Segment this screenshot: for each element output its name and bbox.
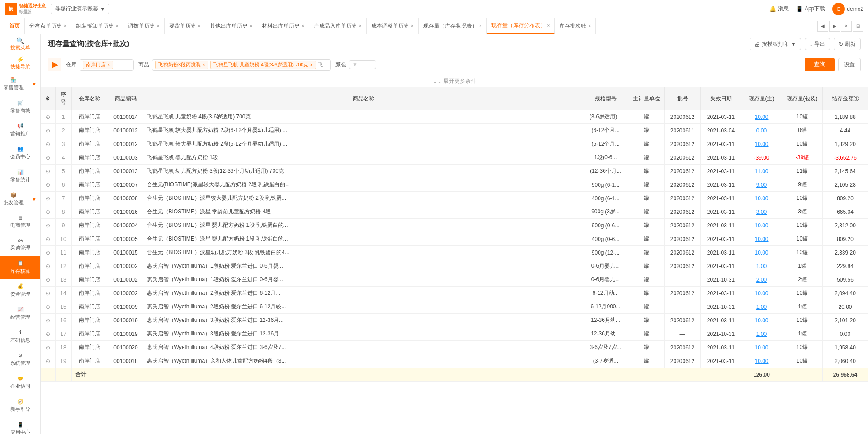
row-qty-main[interactable]: 10.00 bbox=[741, 287, 782, 300]
row-qty-main[interactable]: 10.00 bbox=[741, 192, 782, 205]
qty-main-link[interactable]: 1.00 bbox=[756, 304, 767, 310]
setting-btn[interactable]: 设置 bbox=[838, 58, 861, 71]
row-settings-icon[interactable]: ⊙ bbox=[46, 358, 50, 364]
sidebar-item-operation[interactable]: 📈经营管理 bbox=[0, 302, 40, 325]
qty-main-link[interactable]: 1.00 bbox=[756, 331, 767, 337]
row-qty-main[interactable]: 2.00 bbox=[741, 273, 782, 287]
qty-main-link[interactable]: 0.00 bbox=[756, 127, 767, 134]
sidebar-item-marketing[interactable]: 📢营销推广 bbox=[0, 118, 40, 142]
row-settings-icon[interactable]: ⊙ bbox=[46, 331, 50, 337]
row-settings-icon[interactable]: ⊙ bbox=[46, 263, 50, 269]
qty-main-link[interactable]: -39.00 bbox=[754, 155, 769, 161]
sidebar-item-purchase[interactable]: 🛍采购管理 bbox=[0, 233, 40, 256]
row-settings[interactable]: ⊙ bbox=[41, 219, 55, 232]
row-settings[interactable]: ⊙ bbox=[41, 205, 55, 219]
col-settings[interactable]: ⚙ bbox=[41, 87, 55, 110]
expand-more-btn[interactable]: ⌄⌄ 展开更多条件 bbox=[433, 77, 476, 85]
tab-prev-btn[interactable]: ◀ bbox=[817, 21, 828, 32]
row-settings[interactable]: ⊙ bbox=[41, 300, 55, 314]
row-qty-main[interactable]: 10.00 bbox=[741, 354, 782, 368]
row-settings-icon[interactable]: ⊙ bbox=[46, 168, 50, 175]
qty-main-link[interactable]: 1.00 bbox=[756, 263, 767, 269]
tab-next-btn[interactable]: ▶ bbox=[829, 21, 840, 32]
row-settings-icon[interactable]: ⊙ bbox=[46, 155, 50, 161]
qty-main-link[interactable]: 10.00 bbox=[755, 114, 768, 120]
sidebar-item-member[interactable]: 👥会员中心 bbox=[0, 142, 40, 165]
row-qty-main[interactable]: 9.00 bbox=[741, 178, 782, 192]
qty-main-link[interactable]: 3.00 bbox=[756, 209, 767, 215]
warehouse-more[interactable]: ... bbox=[115, 61, 119, 68]
product-tag-close-1[interactable]: × bbox=[310, 62, 312, 67]
tab-close-all-btn[interactable]: × bbox=[841, 21, 852, 32]
row-settings-icon[interactable]: ⊙ bbox=[46, 317, 50, 324]
row-settings[interactable]: ⊙ bbox=[41, 341, 55, 354]
qty-main-link[interactable]: 11.00 bbox=[755, 168, 768, 175]
row-qty-main[interactable]: 0.00 bbox=[741, 124, 782, 137]
sidebar-item-finance[interactable]: 💰资金管理 bbox=[0, 279, 40, 302]
warehouse-tag-container[interactable]: 南岸门店 × ... bbox=[80, 59, 134, 71]
qty-main-link[interactable]: 10.00 bbox=[755, 317, 768, 324]
row-settings[interactable]: ⊙ bbox=[41, 137, 55, 151]
row-settings-icon[interactable]: ⊙ bbox=[46, 209, 50, 215]
row-settings[interactable]: ⊙ bbox=[41, 165, 55, 178]
row-qty-main[interactable]: 11.00 bbox=[741, 165, 782, 178]
tab-close-现存量库存状况[interactable]: × bbox=[479, 24, 482, 28]
tab-调拨单历史[interactable]: 调拨单历史 × bbox=[123, 18, 165, 34]
qty-main-link[interactable]: 2.00 bbox=[756, 277, 767, 283]
tab-close-成本调整历史[interactable]: × bbox=[411, 24, 414, 28]
row-settings[interactable]: ⊙ bbox=[41, 110, 55, 124]
row-settings[interactable]: ⊙ bbox=[41, 354, 55, 368]
row-qty-main[interactable]: 1.00 bbox=[741, 327, 782, 341]
row-settings-icon[interactable]: ⊙ bbox=[46, 114, 50, 120]
row-settings[interactable]: ⊙ bbox=[41, 178, 55, 192]
product-tag-0[interactable]: 飞鹤奶粉3段丙搅装 × bbox=[155, 61, 208, 69]
filter-expand-btn[interactable]: ▶ bbox=[48, 58, 61, 71]
tab-close-分盘历史[interactable]: × bbox=[64, 24, 66, 28]
sidebar-item-guide[interactable]: 🧭新手引导 bbox=[0, 394, 40, 417]
product-tag-close-0[interactable]: × bbox=[202, 62, 205, 67]
row-settings-icon[interactable]: ⊙ bbox=[46, 250, 50, 256]
sidebar-item-system[interactable]: ⚙系统管理 bbox=[0, 348, 40, 371]
sidebar-item-ecommerce[interactable]: 🖥电商管理 bbox=[0, 211, 40, 233]
qty-main-link[interactable]: 10.00 bbox=[755, 290, 768, 297]
export-btn[interactable]: ↓ 导出 bbox=[805, 38, 830, 50]
tab-close-材料出库历史[interactable]: × bbox=[302, 24, 304, 28]
row-qty-main[interactable]: 10.00 bbox=[741, 219, 782, 232]
row-settings[interactable]: ⊙ bbox=[41, 246, 55, 259]
product-more[interactable]: 飞... bbox=[318, 61, 328, 69]
row-settings-icon[interactable]: ⊙ bbox=[46, 290, 50, 297]
tab-现存量库存状况[interactable]: 现存量（库存状况表） × bbox=[419, 18, 487, 34]
tab-menu-btn[interactable]: ⊟ bbox=[853, 21, 863, 32]
row-settings[interactable]: ⊙ bbox=[41, 192, 55, 205]
tab-组装拆卸历史[interactable]: 组装拆卸单历史 × bbox=[71, 18, 123, 34]
tab-产成品历史[interactable]: 产成品入库单历史 × bbox=[309, 18, 367, 34]
row-settings[interactable]: ⊙ bbox=[41, 124, 55, 137]
row-settings[interactable]: ⊙ bbox=[41, 232, 55, 246]
row-settings-icon[interactable]: ⊙ bbox=[46, 344, 50, 351]
tab-分盘历史[interactable]: 分盘点单历史 × bbox=[25, 18, 71, 34]
row-settings-icon[interactable]: ⊙ bbox=[46, 182, 50, 188]
row-qty-main[interactable]: 10.00 bbox=[741, 314, 782, 327]
workspace-selector[interactable]: 母婴行业演示账套 ▼ bbox=[51, 4, 109, 14]
tab-home[interactable]: 首页 bbox=[5, 18, 25, 34]
row-settings-icon[interactable]: ⊙ bbox=[46, 141, 50, 147]
sidebar-nav[interactable]: ⚡ 快捷导航 bbox=[0, 54, 40, 72]
row-settings-icon[interactable]: ⊙ bbox=[46, 277, 50, 283]
row-qty-main[interactable]: -39.00 bbox=[741, 151, 782, 165]
row-qty-main[interactable]: 10.00 bbox=[741, 137, 782, 151]
sidebar-item-inventory[interactable]: 📋库存核算 bbox=[0, 256, 40, 279]
user-profile[interactable]: E demo2 bbox=[832, 3, 863, 15]
template-print-btn[interactable]: 🖨 按模板打印 ▼ bbox=[750, 38, 801, 50]
row-settings[interactable]: ⊙ bbox=[41, 287, 55, 300]
sidebar-item-app-center[interactable]: 📱应用中心 bbox=[0, 417, 40, 434]
tab-close-要货单历史[interactable]: × bbox=[198, 24, 201, 28]
row-settings[interactable]: ⊙ bbox=[41, 273, 55, 287]
row-qty-main[interactable]: 10.00 bbox=[741, 110, 782, 124]
qty-main-link[interactable]: 10.00 bbox=[755, 358, 768, 364]
sidebar-item-retail-shop[interactable]: 🛒零售商城 bbox=[0, 95, 40, 118]
product-tag-container[interactable]: 飞鹤奶粉3段丙搅装 × 飞鹤星飞帆 儿童奶粉 4段(3-6岁适用) 700克 ×… bbox=[152, 59, 331, 71]
qty-main-link[interactable]: 10.00 bbox=[755, 195, 768, 202]
sidebar-item-basic[interactable]: ℹ基础信息 bbox=[0, 325, 40, 348]
refresh-btn[interactable]: ↻ 刷新 bbox=[834, 38, 861, 50]
sidebar-item-retail-mgmt[interactable]: 🏪 零售管理 ▼ bbox=[0, 72, 40, 95]
